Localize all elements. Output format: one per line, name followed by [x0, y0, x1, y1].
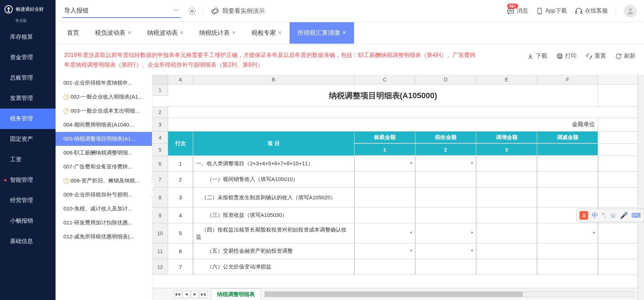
close-icon[interactable]: × — [232, 29, 236, 37]
close-icon[interactable]: × — [180, 29, 184, 37]
col-header[interactable]: A — [168, 75, 193, 84]
sidebar-item[interactable]: 工资 — [0, 149, 56, 170]
sidebar-item[interactable]: 固定资产 — [0, 129, 56, 149]
cell[interactable]: 3 — [168, 187, 193, 207]
tree-item[interactable]: 010-免税、减计收入及加计... — [56, 202, 152, 216]
sidebar-item[interactable]: 经营管理 — [0, 190, 56, 211]
sidebar-item[interactable]: 智能管理 — [0, 170, 56, 190]
row-header[interactable]: 9 — [152, 208, 168, 223]
cell[interactable]: * — [354, 243, 415, 259]
sidebar-item[interactable]: 基础信息 — [0, 231, 56, 252]
app-download-button[interactable]: App下载 — [536, 7, 567, 15]
cell[interactable] — [476, 187, 537, 207]
col-header[interactable]: D — [415, 75, 476, 84]
cell[interactable] — [354, 259, 415, 275]
sheet-nav-last[interactable]: ▶▮ — [200, 291, 207, 298]
collapse-handle[interactable]: 《 — [149, 182, 154, 196]
cell[interactable]: （五）交易性金融资产初始投资调整 — [193, 243, 354, 259]
cell[interactable]: 6 — [168, 243, 193, 259]
row-header[interactable]: 8 — [152, 187, 168, 207]
cell[interactable] — [537, 187, 598, 207]
cell[interactable]: * — [415, 156, 476, 171]
avatar[interactable] — [624, 5, 637, 18]
row-header[interactable]: 11 — [152, 243, 168, 259]
cell[interactable] — [476, 223, 537, 243]
col-header[interactable]: B — [193, 75, 354, 84]
ime-keyboard-icon[interactable]: ⌨ — [631, 211, 641, 219]
sidebar-item[interactable]: 资金管理 — [0, 47, 56, 68]
horizontal-scrollbar[interactable] — [261, 291, 638, 297]
message-button[interactable]: 消息 99+ — [507, 7, 528, 15]
row-header[interactable]: 4 — [152, 132, 168, 143]
sidebar-item[interactable]: 发票管理 — [0, 88, 56, 109]
sheet-nav-first[interactable]: ▮◀ — [174, 291, 182, 298]
cell[interactable] — [537, 172, 598, 187]
ime-mic-icon[interactable]: 🎤 — [620, 211, 628, 219]
demo-link[interactable]: 我要看实例演示 — [211, 7, 265, 15]
col-header[interactable]: F — [537, 75, 598, 84]
vertical-scrollbar[interactable] — [638, 75, 644, 300]
cell[interactable]: 5 — [168, 223, 193, 243]
cell[interactable]: （一）视同销售收入（填写A105010） — [193, 172, 354, 187]
tab[interactable]: 纳税波动表× — [139, 22, 192, 44]
sheet-nav-prev[interactable]: ◀ — [182, 291, 190, 298]
service-button[interactable]: 在线客服 — [575, 7, 608, 15]
cell[interactable]: 2 — [168, 172, 193, 187]
tree-item[interactable]: 005-纳税调整项目明细表(A1... — [56, 132, 152, 146]
select-all-corner[interactable] — [152, 75, 168, 84]
row-header[interactable]: 3 — [152, 118, 168, 131]
row-header[interactable]: 1 — [152, 85, 168, 96]
col-header[interactable]: E — [476, 75, 537, 84]
row-header[interactable]: 10 — [152, 223, 168, 243]
cell[interactable]: （四）按权益法核算长期股权投资对初始投资成本调整确认收益 — [193, 223, 354, 243]
tree-item[interactable]: ?003-一般企业成本支出明细... — [56, 104, 152, 118]
tree-item[interactable]: 006-职工薪酬纳税调整明细... — [56, 146, 152, 160]
cell[interactable]: 一、收入类调整项目（2+3+4+5+6+7+8+10+11） — [193, 156, 354, 171]
cell[interactable] — [476, 243, 537, 259]
tab[interactable]: 所得税汇算清缴× — [290, 22, 354, 44]
row-header[interactable]: 12 — [152, 259, 168, 275]
cell[interactable] — [415, 172, 476, 187]
cell[interactable] — [537, 156, 598, 171]
tree-item[interactable]: 007-广告费和业务宣传费跨... — [56, 160, 152, 174]
row-header[interactable]: 5 — [152, 144, 168, 156]
tree-item[interactable]: ?002-一般企业收入明细表(A1... — [56, 90, 152, 104]
cell[interactable] — [415, 259, 476, 275]
cell[interactable] — [476, 172, 537, 187]
sidebar-item[interactable]: 小畅报销 — [0, 211, 56, 231]
close-icon[interactable]: × — [278, 29, 282, 37]
tab[interactable]: 税检专家× — [244, 22, 290, 44]
row-header[interactable]: 2 — [152, 107, 168, 118]
cell[interactable]: * — [354, 223, 415, 243]
cell[interactable] — [476, 259, 537, 275]
cell[interactable]: 1 — [168, 156, 193, 171]
tree-item[interactable]: 004-期间费用明细表(A1040... — [56, 118, 152, 132]
cell[interactable] — [354, 208, 415, 223]
cell[interactable] — [537, 259, 598, 275]
ime-emoji-icon[interactable]: ☺ — [610, 212, 616, 219]
col-header[interactable]: C — [354, 75, 415, 84]
cell[interactable] — [415, 208, 476, 223]
cell[interactable] — [415, 187, 476, 207]
close-icon[interactable]: × — [342, 29, 346, 37]
cell[interactable]: * — [354, 156, 415, 171]
search-box[interactable]: 导入报错 ﹀ — [63, 4, 181, 18]
cell[interactable] — [537, 243, 598, 259]
cell[interactable]: （三）投资收益（填写A105030） — [193, 208, 354, 223]
ime-punct-icon[interactable]: °, — [602, 212, 606, 219]
tab[interactable]: 纳税统计表× — [191, 22, 244, 44]
row-header[interactable]: 7 — [152, 172, 168, 187]
download-button[interactable]: 下载 — [527, 52, 547, 60]
refresh-button[interactable]: 刷新 — [615, 52, 635, 60]
print-button[interactable]: 打印 — [557, 52, 577, 60]
tree-item[interactable]: ?008-资产折旧、摊销及纳税... — [56, 174, 152, 188]
tree-item[interactable]: 012-减免所得税优惠明细表(... — [56, 230, 152, 244]
cell[interactable]: 7 — [168, 259, 193, 275]
sidebar-item[interactable]: 库存核算 — [0, 27, 56, 47]
cell[interactable] — [354, 172, 415, 187]
cell[interactable]: * — [537, 223, 598, 243]
cell[interactable] — [476, 208, 537, 223]
ime-toolbar[interactable]: S 中 °, ☺ 🎤 ⌨ — [576, 209, 644, 222]
cell[interactable] — [354, 187, 415, 207]
cell[interactable]: （二）未按权责发生制原则确认的收入（填写A105020） — [193, 187, 354, 207]
